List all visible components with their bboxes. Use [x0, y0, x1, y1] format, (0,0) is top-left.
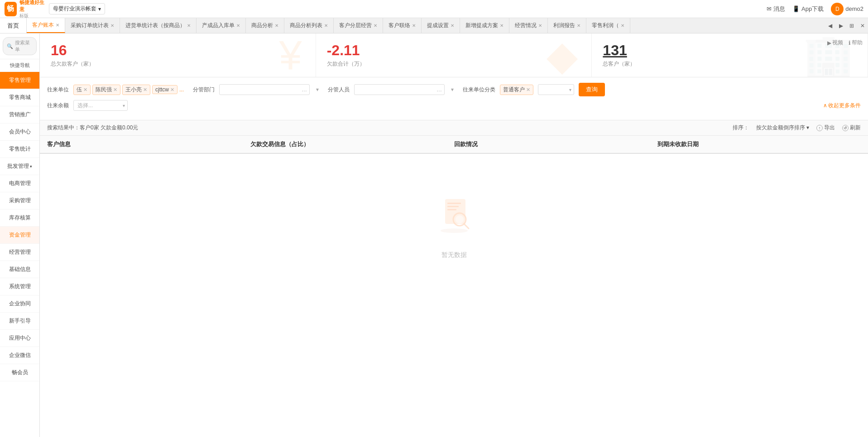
tab-customer-ledger[interactable]: 客户账本 ✕	[27, 18, 65, 33]
sidebar-item-member-center[interactable]: 会员中心	[0, 124, 39, 141]
stat-debit-total-value: -2.11	[327, 43, 360, 58]
top-header: 畅 畅捷通好生意 标版 母婴行业演示帐套 ▾ ✉ 消息 📱 App下载 D de…	[0, 0, 868, 18]
sidebar-item-enterprise[interactable]: 企业协同	[0, 295, 39, 313]
tab-customer-contact[interactable]: 客户联络 ✕	[383, 18, 422, 33]
tab-close-icon[interactable]: ✕	[324, 23, 328, 28]
tab-close-icon[interactable]: ✕	[374, 23, 377, 28]
sidebar-item-purchase[interactable]: 采购管理	[0, 192, 39, 209]
tab-close-icon[interactable]: ✕	[621, 23, 624, 28]
tab-nav-expand[interactable]: ⊞	[846, 18, 857, 33]
tab-operations[interactable]: 经营情况 ✕	[509, 18, 548, 33]
svg-rect-2	[447, 203, 461, 204]
result-actions: 排序： 按欠款金额倒序排序 ▾ ↑ 导出 ↺ 刷新	[733, 124, 861, 132]
tag-close-icon[interactable]: ✕	[143, 87, 147, 93]
tab-product-analysis-list[interactable]: 商品分析列表 ✕	[284, 18, 334, 33]
sidebar-quick-nav[interactable]: 快捷导航	[0, 59, 39, 72]
stat-total-customers: 🏢 131 总客户（家）	[592, 33, 868, 77]
filter-tag-wang[interactable]: 王小亮 ✕	[122, 85, 150, 95]
tab-close-icon[interactable]: ✕	[577, 23, 580, 28]
filter-more-tags[interactable]: ...	[179, 86, 184, 93]
sidebar-item-new-guide[interactable]: 新手引导	[0, 313, 39, 330]
filter-tag-cjttcw[interactable]: cjttcw ✕	[152, 85, 177, 94]
sidebar-item-inventory[interactable]: 库存核算	[0, 209, 39, 227]
balance-select[interactable]: 选择...	[73, 100, 128, 111]
tag-close-icon[interactable]: ✕	[170, 87, 174, 93]
tab-close-icon[interactable]: ✕	[275, 23, 278, 28]
filter-tag-normal-customer[interactable]: 普通客户 ✕	[500, 85, 533, 95]
sidebar-search-button[interactable]: 🔍 搜索菜单	[3, 37, 37, 55]
table-header-repayment: 回款情况	[454, 140, 657, 148]
dept-input[interactable]	[219, 84, 310, 95]
filter-row-1: 往来单位 伍 ✕ 陈民强 ✕ 王小亮 ✕ cjttcw	[47, 83, 861, 96]
unit-type-select[interactable]	[538, 84, 574, 95]
tab-purchase-order-stats[interactable]: 采购订单统计表 ✕	[65, 18, 120, 33]
tab-add-commission[interactable]: 新增提成方案 ✕	[460, 18, 509, 33]
person-dots-icon[interactable]: …	[436, 86, 442, 93]
help-button[interactable]: ℹ 帮助	[849, 39, 863, 47]
tag-close-icon[interactable]: ✕	[83, 87, 87, 93]
query-button[interactable]: 查询	[579, 83, 605, 96]
tab-close-icon[interactable]: ✕	[412, 23, 416, 28]
sidebar-item-retail-mall[interactable]: 零售商城	[0, 89, 39, 106]
tab-close-icon[interactable]: ✕	[451, 23, 454, 28]
tab-product-analysis[interactable]: 商品分析 ✕	[246, 18, 284, 33]
tab-retail-profit[interactable]: 零售利润（ ✕	[586, 18, 630, 33]
stats-top-right: ▶ 视频 ℹ 帮助	[827, 39, 863, 47]
tab-close-icon[interactable]: ✕	[538, 23, 542, 28]
tab-bar: 首页 客户账本 ✕ 采购订单统计表 ✕ 进货单统计表（按商品） ✕ 产成品入库单…	[0, 18, 868, 33]
tab-nav-close-all[interactable]: ✕	[857, 18, 868, 33]
sidebar-item-finance[interactable]: 资金管理	[0, 227, 39, 244]
tab-close-icon[interactable]: ✕	[110, 23, 114, 28]
tab-stock-stats[interactable]: 进货单统计表（按商品） ✕	[120, 18, 197, 33]
balance-select-wrap: 选择... ▾	[73, 100, 128, 111]
table-header-customer-info: 客户信息	[47, 140, 250, 148]
sidebar-item-retail-management[interactable]: 零售管理	[0, 72, 39, 89]
refresh-icon: ↺	[842, 125, 849, 131]
avatar: D	[831, 3, 844, 15]
tag-close-icon[interactable]: ✕	[113, 87, 117, 93]
sidebar-item-app-center[interactable]: 应用中心	[0, 330, 39, 347]
tab-close-icon[interactable]: ✕	[56, 23, 59, 28]
refresh-button[interactable]: ↺ 刷新	[842, 124, 861, 132]
tab-close-icon[interactable]: ✕	[500, 23, 504, 28]
tab-nav-right[interactable]: ▶	[835, 18, 846, 33]
collapse-button[interactable]: ∧ 收起更多条件	[823, 102, 861, 109]
tab-produced-stock[interactable]: 产成品入库单 ✕	[197, 18, 246, 33]
sidebar-item-ecommerce[interactable]: 电商管理	[0, 175, 39, 192]
video-button[interactable]: ▶ 视频	[827, 39, 843, 47]
export-button[interactable]: ↑ 导出	[816, 124, 835, 132]
sidebar-item-marketing[interactable]: 营销推广	[0, 106, 39, 124]
sidebar-item-retail-stats[interactable]: 零售统计	[0, 141, 39, 158]
sidebar-item-chang-member[interactable]: 畅会员	[0, 364, 39, 381]
sort-select[interactable]: 按欠款金额倒序排序 ▾	[756, 124, 809, 132]
filter-tag-chen[interactable]: 陈民强 ✕	[92, 85, 120, 95]
filter-tag-wu[interactable]: 伍 ✕	[73, 85, 91, 95]
person-input[interactable]	[354, 84, 445, 95]
sidebar-item-enterprise-wechat[interactable]: 企业微信	[0, 347, 39, 364]
tab-close-icon[interactable]: ✕	[187, 23, 191, 28]
sidebar-item-system[interactable]: 系统管理	[0, 278, 39, 295]
unit-type-select-wrap: ▾	[538, 84, 574, 95]
dept-dots-icon[interactable]: …	[302, 86, 307, 93]
table-header: 客户信息 欠款交易信息（占比） 回款情况 到期未收款日期	[40, 136, 868, 154]
tab-customer-tier[interactable]: 客户分层经营 ✕	[334, 18, 383, 33]
sidebar-item-operations[interactable]: 经营管理	[0, 244, 39, 261]
unit-type-tags: 普通客户 ✕	[500, 85, 533, 95]
tab-close-icon[interactable]: ✕	[236, 23, 240, 28]
stat-debit-total-label: 欠款合计（万）	[327, 60, 365, 68]
download-icon: 📱	[792, 5, 800, 12]
tab-home[interactable]: 首页	[0, 18, 27, 33]
tab-nav-left[interactable]: ◀	[825, 18, 835, 33]
search-icon: 🔍	[7, 43, 13, 49]
industry-selector[interactable]: 母婴行业演示帐套 ▾	[49, 3, 105, 14]
tab-profit-report[interactable]: 利润报告 ✕	[548, 18, 586, 33]
tab-commission-settings[interactable]: 提成设置 ✕	[422, 18, 460, 33]
sidebar-item-wholesale[interactable]: 批发管理 ▾	[0, 158, 39, 175]
filter-row-2: 往来余额 选择... ▾ ∧ 收起更多条件	[47, 100, 861, 111]
result-info: 搜索结果中：客户0家 欠款金额0.00元	[47, 124, 138, 132]
tag-close-unit-type-icon[interactable]: ✕	[526, 87, 530, 93]
message-button[interactable]: ✉ 消息	[767, 5, 785, 13]
app-download-button[interactable]: 📱 App下载	[792, 5, 824, 13]
sidebar-item-basic-info[interactable]: 基础信息	[0, 261, 39, 278]
user-menu[interactable]: D demo2	[831, 3, 863, 15]
